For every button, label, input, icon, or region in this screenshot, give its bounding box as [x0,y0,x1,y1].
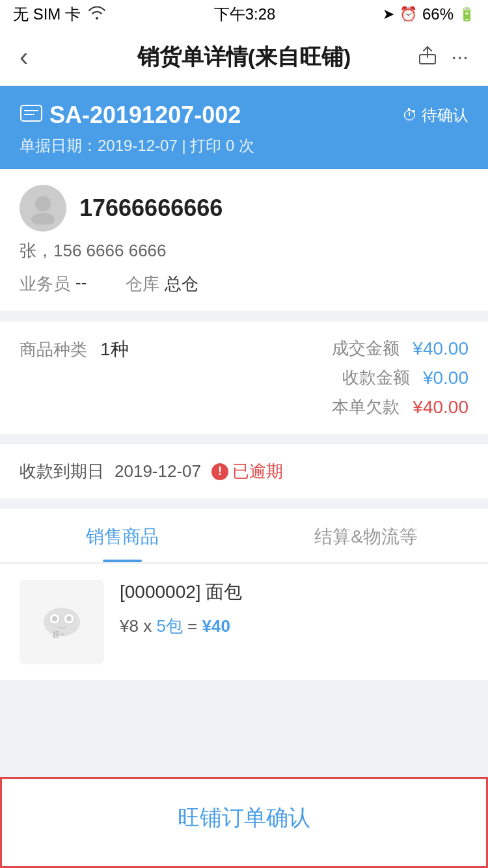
svg-point-10 [52,616,57,621]
product-qty: 5包 [156,616,182,636]
customer-phone: 17666666666 [79,195,223,222]
order-header-top: SA-20191207-002 ⏱ 待确认 [20,102,468,129]
nav-right: ··· [416,44,468,70]
tab-settlement-label: 结算&物流等 [314,526,418,547]
due-date-value: 2019-12-07 [115,461,201,481]
page-title: 销货单详情(来自旺铺) [137,42,351,72]
status-clock-icon: ⏱ [402,106,418,124]
product-placeholder-icon: 超+ [39,599,85,645]
warehouse-value: 总仓 [165,273,198,295]
product-total: ¥40 [202,616,230,636]
avatar [20,185,66,232]
alarm-icon: ⏰ [400,6,417,23]
goods-type-label: 商品种类 [20,338,87,361]
product-price: ¥8 x 5包 = ¥40 [120,615,468,638]
product-list: 超+ [0000002] 面包 ¥8 x 5包 = ¥40 [0,564,488,680]
order-number: SA-20191207-002 [49,102,241,129]
product-title: 面包 [206,582,242,602]
receipt-amount-row: 收款金额 ¥0.00 [342,366,468,389]
product-info: [0000002] 面包 ¥8 x 5包 = ¥40 [120,580,468,638]
svg-rect-2 [21,105,42,121]
divider-2 [0,434,488,444]
nav-left: ‹ [20,42,72,72]
svg-point-11 [66,616,72,621]
location-icon: ➤ [383,6,394,23]
goods-type: 商品种类 1种 [20,337,129,362]
order-id: SA-20191207-002 [20,102,241,129]
battery-text: 66% [422,5,454,23]
amount-main: 商品种类 1种 成交金额 ¥40.00 收款金额 ¥0.00 本单欠款 ¥40.… [20,337,468,418]
overdue-badge: ! 已逾期 [211,460,283,483]
amount-card: 商品种类 1种 成交金额 ¥40.00 收款金额 ¥0.00 本单欠款 ¥40.… [0,321,488,434]
due-amount-value: ¥40.00 [413,397,468,418]
amount-values: 成交金额 ¥40.00 收款金额 ¥0.00 本单欠款 ¥40.00 [332,337,468,418]
warehouse-item: 仓库 总仓 [126,273,198,295]
deal-amount-label: 成交金额 [332,337,400,360]
status-right: ➤ ⏰ 66% 🔋 [383,5,475,23]
order-date: 单据日期：2019-12-07 | 打印 0 次 [20,135,468,156]
overdue-text: 已逾期 [232,460,283,483]
deal-amount-row: 成交金额 ¥40.00 [332,337,468,360]
wifi-icon [87,5,107,23]
customer-top: 17666666666 [20,185,468,232]
share-icon[interactable] [417,44,438,70]
product-code: [0000002] [120,582,201,602]
status-left: 无 SIM 卡 [13,4,107,25]
divider-3 [0,498,488,509]
product-item: 超+ [0000002] 面包 ¥8 x 5包 = ¥40 [20,580,468,664]
battery-icon: 🔋 [459,7,475,22]
order-header: SA-20191207-002 ⏱ 待确认 单据日期：2019-12-07 | … [0,86,488,169]
tab-sales-goods-label: 销售商品 [86,526,159,547]
due-date-card: 收款到期日 2019-12-07 ! 已逾期 [0,444,488,498]
confirm-order-button[interactable]: 旺铺订单确认 [21,789,467,847]
salesperson-item: 业务员 -- [20,273,87,295]
overdue-dot-icon: ! [211,463,228,480]
salesperson-label: 业务员 [20,273,70,295]
order-icon [20,104,43,127]
price-value: ¥8 x [120,616,156,636]
confirm-btn-area: 旺铺订单确认 [0,777,488,868]
warehouse-label: 仓库 [126,273,159,295]
tabs: 销售商品 结算&物流等 [0,509,488,563]
order-status: ⏱ 待确认 [402,105,468,126]
deal-amount-value: ¥40.00 [413,338,468,359]
more-icon[interactable]: ··· [451,45,468,69]
salesperson-value: -- [75,273,87,295]
customer-name: 张，156 6666 6666 [20,239,468,262]
back-button[interactable]: ‹ [20,42,28,72]
customer-meta: 业务员 -- 仓库 总仓 [20,273,468,295]
due-amount-label: 本单欠款 [332,396,400,418]
due-amount-row: 本单欠款 ¥40.00 [332,396,468,418]
status-text: 待确认 [422,105,468,126]
product-image: 超+ [20,580,104,664]
receipt-amount-label: 收款金额 [342,366,410,389]
product-name: [0000002] 面包 [120,580,468,604]
time-text: 下午3:28 [214,4,276,25]
due-date-label: 收款到期日 [20,460,104,483]
nav-bar: ‹ 销货单详情(来自旺铺) ··· [0,29,488,86]
status-bar: 无 SIM 卡 下午3:28 ➤ ⏰ 66% 🔋 [0,0,488,29]
divider-1 [0,311,488,321]
tab-sales-goods[interactable]: 销售商品 [0,509,244,562]
svg-point-5 [35,196,51,211]
customer-card: 17666666666 张，156 6666 6666 业务员 -- 仓库 总仓 [0,169,488,311]
tab-settlement[interactable]: 结算&物流等 [244,509,488,562]
svg-point-6 [31,213,55,224]
goods-type-value: 1种 [100,337,129,362]
receipt-amount-value: ¥0.00 [423,368,468,388]
svg-text:超+: 超+ [52,630,64,638]
equals-sign: = [183,616,202,636]
carrier-text: 无 SIM 卡 [13,4,81,25]
